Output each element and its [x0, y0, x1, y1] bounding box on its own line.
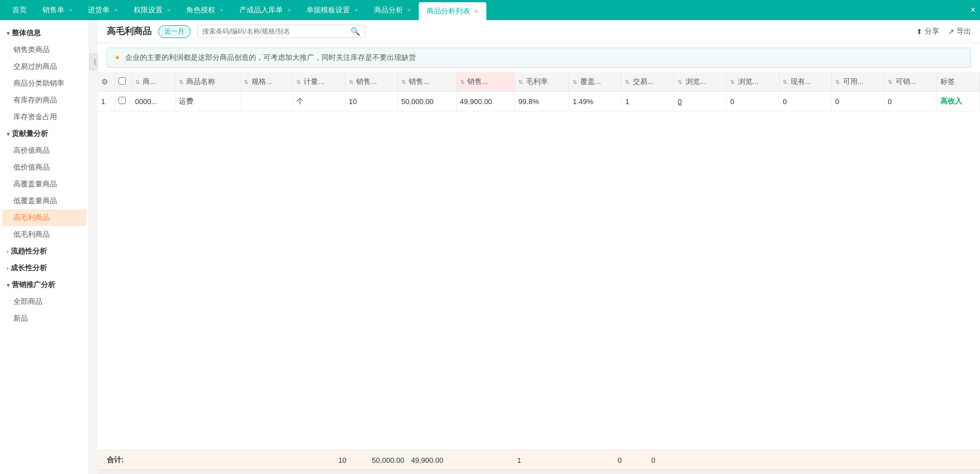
col-unit[interactable]: ⇅ 计量...	[292, 72, 345, 92]
arrow-icon-growth: ›	[7, 265, 8, 271]
row-spec	[240, 92, 292, 111]
row-trade: 1	[622, 92, 674, 111]
row-select-checkbox[interactable]	[119, 97, 126, 104]
sidebar: ▾ 整体信息 销售类商品 交易过的商品 商品分类助销率 有库存的商品 库存资金占…	[0, 20, 89, 474]
sidebar-item-new-goods[interactable]: 新品	[0, 310, 89, 327]
arrow-icon-marketing: ▾	[7, 282, 10, 288]
col-tag[interactable]: 标签	[936, 72, 979, 92]
sidebar-item-sales-goods[interactable]: 销售类商品	[0, 41, 89, 58]
col-sale-profit[interactable]: ⇅ 销售...	[456, 72, 515, 92]
sidebar-group-marketing[interactable]: ▾ 营销推广分析	[0, 276, 89, 293]
sidebar-item-category-rate[interactable]: 商品分类助销率	[0, 75, 89, 92]
sort-icon-margin: ⇅	[518, 79, 523, 85]
sidebar-group-overall[interactable]: ▾ 整体信息	[0, 25, 89, 41]
tab-analysis-list[interactable]: 商品分析列表 ×	[419, 2, 486, 20]
col-saleable[interactable]: ⇅ 可销...	[884, 72, 936, 92]
row-sale-amount: 50,000.00	[397, 92, 456, 111]
row-sale-profit: 49,900.00	[456, 92, 515, 111]
col-browse2[interactable]: ⇅ 浏览...	[727, 72, 779, 92]
tab-production[interactable]: 产成品入库单 ×	[231, 0, 299, 20]
sidebar-item-low-margin[interactable]: 低毛利商品	[0, 226, 89, 243]
footer-sale-qty: 10	[335, 456, 368, 464]
close-tab-template[interactable]: ×	[354, 7, 358, 13]
footer-label: 合计:	[107, 455, 124, 465]
search-icon[interactable]: 🔍	[351, 27, 360, 36]
sidebar-item-high-value[interactable]: 高价值商品	[0, 142, 89, 159]
arrow-icon-trend: ›	[7, 248, 8, 255]
gear-icon[interactable]: ⚙	[101, 77, 108, 86]
close-tab-roles[interactable]: ×	[220, 7, 223, 13]
col-trade[interactable]: ⇅ 交易...	[622, 72, 674, 92]
col-current-stock[interactable]: ⇅ 现有...	[779, 72, 832, 92]
select-all-checkbox[interactable]	[119, 77, 126, 85]
sort-icon-trade: ⇅	[625, 79, 629, 85]
sort-icon-saleable: ⇅	[888, 79, 892, 85]
tab-permissions[interactable]: 权限设置 ×	[126, 0, 178, 20]
tab-analysis[interactable]: 商品分析 ×	[366, 0, 419, 20]
col-code[interactable]: ⇅ 商...	[131, 72, 175, 92]
data-table: ⚙ ⇅ 商... ⇅ 商品名称	[98, 72, 980, 111]
table-header-row: ⚙ ⇅ 商... ⇅ 商品名称	[98, 72, 980, 92]
col-coverage[interactable]: ⇅ 覆盖...	[569, 72, 622, 92]
sort-icon-browse1: ⇅	[678, 79, 682, 85]
col-sale-amount[interactable]: ⇅ 销售...	[397, 72, 456, 92]
sidebar-collapse-button[interactable]: 《	[89, 54, 98, 71]
tab-sales[interactable]: 销售单 ×	[35, 0, 80, 20]
sidebar-item-traded-goods[interactable]: 交易过的商品	[0, 58, 89, 75]
close-tab-production[interactable]: ×	[287, 7, 291, 13]
col-spec[interactable]: ⇅ 规格...	[240, 72, 292, 92]
arrow-icon-contribution: ▾	[7, 131, 10, 137]
row-checkbox[interactable]	[115, 92, 131, 111]
sidebar-item-all-goods[interactable]: 全部商品	[0, 293, 89, 310]
filter-button[interactable]: 近一月	[158, 25, 191, 38]
arrow-icon: ▾	[7, 30, 10, 36]
close-tab-analysis[interactable]: ×	[408, 7, 411, 13]
col-sale-qty[interactable]: ⇅ 销售...	[345, 72, 397, 92]
horizontal-scrollbar[interactable]	[98, 470, 980, 474]
close-tab-sales[interactable]: ×	[69, 7, 72, 13]
tab-purchase[interactable]: 进货单 ×	[80, 0, 125, 20]
sort-icon: ⇅	[135, 79, 140, 85]
share-icon: ⬆	[916, 27, 922, 36]
col-browse1[interactable]: ⇅ 浏览...	[674, 72, 727, 92]
sidebar-item-low-coverage[interactable]: 低覆盖量商品	[0, 193, 89, 209]
sidebar-item-high-coverage[interactable]: 高覆盖量商品	[0, 176, 89, 193]
sort-icon-saleamt: ⇅	[401, 79, 406, 85]
close-tab-analysis-list[interactable]: ×	[475, 8, 478, 15]
content-area: 高毛利商品 近一月 🔍 ⬆ 分享 ↗ 导出 ✦ 企业的主要的利润都是这部分商品创…	[98, 20, 980, 474]
search-input[interactable]	[202, 27, 347, 35]
sidebar-item-low-value[interactable]: 低价值商品	[0, 159, 89, 176]
close-tab-permissions[interactable]: ×	[167, 7, 171, 13]
sidebar-group-contribution[interactable]: ▾ 贡献量分析	[0, 125, 89, 142]
sidebar-group-trend[interactable]: › 流趋性分析	[0, 243, 89, 260]
sidebar-item-stock-goods[interactable]: 有库存的商品	[0, 92, 89, 109]
sort-icon-stock: ⇅	[783, 79, 787, 85]
col-available[interactable]: ⇅ 可用...	[832, 72, 884, 92]
export-button[interactable]: ↗ 导出	[948, 26, 971, 36]
close-tab-purchase[interactable]: ×	[114, 7, 117, 13]
row-code: 0000...	[131, 92, 175, 111]
row-name: 运费	[175, 92, 240, 111]
sidebar-item-high-margin[interactable]: 高毛利商品	[2, 209, 87, 226]
sort-icon-saleqty: ⇅	[349, 79, 353, 85]
sort-icon-spec: ⇅	[244, 79, 248, 85]
tab-roles[interactable]: 角色授权 ×	[178, 0, 231, 20]
col-gross-margin[interactable]: ⇅ 毛利率	[515, 72, 569, 92]
row-gross-margin: 99.8%	[515, 92, 569, 111]
footer-sale-amount: 50,000.00	[368, 456, 408, 464]
col-gear[interactable]: ⚙	[98, 72, 115, 92]
sidebar-group-growth[interactable]: › 成长性分析	[0, 260, 89, 276]
sort-icon-name: ⇅	[179, 79, 183, 85]
tab-home[interactable]: 首页	[4, 0, 35, 20]
row-browse1[interactable]: 0	[674, 92, 727, 111]
tab-template[interactable]: 单据模板设置 ×	[299, 0, 366, 20]
main-layout: ▾ 整体信息 销售类商品 交易过的商品 商品分类助销率 有库存的商品 库存资金占…	[0, 20, 980, 474]
content-header: 高毛利商品 近一月 🔍 ⬆ 分享 ↗ 导出	[98, 20, 980, 43]
col-name[interactable]: ⇅ 商品名称	[175, 72, 240, 92]
close-all-tabs[interactable]: ×	[970, 5, 976, 15]
share-button[interactable]: ⬆ 分享	[916, 26, 939, 36]
sidebar-item-stock-funds[interactable]: 库存资金占用	[0, 109, 89, 125]
info-banner: ✦ 企业的主要的利润都是这部分商品创造的，可考虑加大推广，同时关注库存是不要出现…	[107, 48, 971, 68]
row-unit: 个	[292, 92, 345, 111]
footer-sale-profit: 49,900.00	[408, 456, 447, 464]
